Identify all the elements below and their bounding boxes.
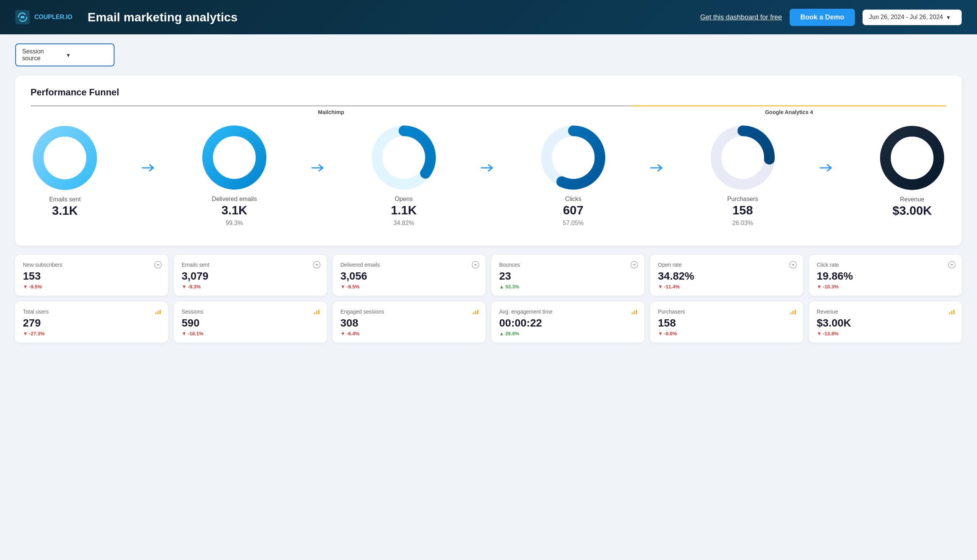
- stat-card: Engaged sessions 308 ▼ -6.4%: [333, 302, 486, 343]
- stat-card: Sessions 590 ▼ -18.1%: [174, 302, 327, 343]
- funnel-item-label: Emails sent: [49, 196, 81, 203]
- funnel-arrow-icon: [650, 162, 666, 176]
- donut-wrapper: [878, 123, 947, 192]
- svg-point-7: [213, 136, 256, 179]
- stat-label: Bounces: [499, 262, 636, 268]
- funnel-item: Opens 1.1K 34.82%: [369, 123, 438, 227]
- stat-label: Engaged sessions: [341, 308, 478, 315]
- svg-rect-34: [477, 310, 478, 314]
- svg-point-19: [891, 137, 934, 179]
- stat-label: Total users: [23, 308, 160, 315]
- mailchimp-icon: [472, 261, 479, 270]
- logo-area: COUPLER.IO: [15, 10, 72, 24]
- stat-change: ▲ 29.8%: [499, 331, 636, 337]
- stat-value: 00:00:22: [499, 317, 636, 329]
- stat-change-value: -27.3%: [29, 331, 45, 337]
- main-content: Session source ▾ Performance Funnel Mail…: [0, 34, 977, 358]
- mailchimp-icon: [154, 261, 162, 270]
- header: COUPLER.IO Email marketing analytics Get…: [0, 0, 977, 34]
- stat-value: 590: [182, 317, 319, 329]
- performance-funnel-card: Performance Funnel Mailchimp Google Anal…: [15, 75, 962, 246]
- ga-icon: [630, 308, 638, 317]
- stat-change-value: -9.3%: [188, 284, 201, 290]
- svg-rect-29: [314, 312, 315, 314]
- mailchimp-icon: [313, 261, 321, 270]
- donut-chart: [708, 123, 777, 192]
- ga-icon: [789, 308, 797, 317]
- stat-card: Revenue $3.00K ▼ -13.8%: [809, 302, 962, 343]
- trend-arrow-icon: ▼: [817, 331, 822, 337]
- stat-change: ▼ -6.4%: [341, 331, 478, 337]
- stat-change-value: 29.8%: [505, 331, 519, 337]
- funnel-item-pct: 57.05%: [563, 220, 583, 227]
- stat-change-value: -9.5%: [29, 284, 42, 290]
- svg-rect-41: [949, 312, 950, 314]
- stat-change: ▼ -13.8%: [817, 331, 954, 337]
- session-source-select[interactable]: Session source ▾: [15, 43, 115, 67]
- trend-arrow-icon: ▲: [499, 284, 504, 290]
- stat-value: 3,056: [341, 270, 478, 282]
- mailchimp-icon: [948, 261, 955, 270]
- coupler-logo-icon: [15, 10, 30, 24]
- logo-text: COUPLER.IO: [34, 14, 72, 21]
- stat-label: Open rate: [658, 262, 795, 268]
- trend-arrow-icon: ▼: [23, 284, 28, 290]
- donut-chart: [878, 123, 947, 192]
- get-dashboard-link[interactable]: Get this dashboard for free: [700, 13, 782, 22]
- svg-rect-30: [316, 311, 317, 314]
- trend-arrow-icon: ▼: [341, 331, 346, 337]
- stat-change: ▼ -9.5%: [341, 284, 478, 290]
- stat-label: Sessions: [182, 308, 319, 315]
- stat-change: ▼ -10.3%: [817, 284, 954, 290]
- stat-value: 19.86%: [817, 270, 954, 282]
- funnel-item-value: 3.1K: [52, 204, 78, 218]
- funnel-arrow-icon: [481, 162, 496, 176]
- stat-change: ▼ -0.6%: [658, 331, 795, 337]
- donut-chart: [369, 123, 438, 192]
- funnel-sources: Mailchimp Google Analytics 4: [30, 105, 947, 116]
- stat-change: ▼ -27.3%: [23, 331, 160, 337]
- stat-change: ▼ -9.3%: [182, 284, 319, 290]
- stat-label: Click rate: [817, 262, 954, 268]
- donut-wrapper: [369, 123, 438, 192]
- stat-change-value: -11.4%: [664, 284, 680, 290]
- funnel-item-value: $3.00K: [892, 204, 932, 218]
- ga-icon: [313, 308, 321, 317]
- trend-arrow-icon: ▼: [341, 284, 346, 290]
- funnel-item-pct: 99.3%: [225, 220, 243, 227]
- svg-rect-43: [954, 310, 954, 314]
- svg-rect-40: [795, 310, 796, 314]
- chevron-down-icon: ▾: [67, 52, 108, 59]
- donut-wrapper: [30, 123, 99, 192]
- svg-point-10: [382, 136, 425, 179]
- stat-value: 158: [658, 317, 795, 329]
- date-range-picker[interactable]: Jun 26, 2024 - Jul 26, 2024 ▾: [862, 10, 962, 25]
- donut-chart: [539, 123, 608, 192]
- trend-arrow-icon: ▼: [658, 331, 663, 337]
- funnel-title: Performance Funnel: [30, 87, 947, 98]
- ga-icon: [154, 308, 162, 317]
- stat-card: Emails sent 3,079 ▼ -9.3%: [174, 255, 327, 296]
- trend-arrow-icon: ▼: [23, 331, 28, 337]
- stat-card: Bounces 23 ▲ 53.3%: [491, 255, 644, 296]
- stats-row-2: Total users 279 ▼ -27.3% Sessions 590 ▼ …: [15, 302, 962, 343]
- stat-value: 153: [23, 270, 160, 282]
- stat-card: Delivered emails 3,056 ▼ -9.5%: [333, 255, 486, 296]
- funnel-item-label: Revenue: [900, 196, 924, 203]
- funnel-item: Purchasers 158 26.03%: [708, 123, 777, 227]
- book-demo-button[interactable]: Book a Demo: [790, 9, 855, 26]
- svg-rect-26: [155, 312, 157, 314]
- svg-rect-27: [158, 311, 159, 314]
- stat-card: Click rate 19.86% ▼ -10.3%: [809, 255, 962, 296]
- funnel-item-label: Purchasers: [727, 196, 758, 203]
- svg-point-4: [43, 137, 86, 179]
- funnel-item: Revenue $3.00K: [878, 123, 947, 226]
- svg-rect-33: [475, 311, 476, 314]
- svg-point-16: [721, 136, 764, 179]
- stat-value: 3,079: [182, 270, 319, 282]
- funnel-arrow-icon: [142, 162, 157, 176]
- donut-wrapper: [708, 123, 777, 192]
- stat-label: Revenue: [817, 308, 954, 315]
- svg-rect-32: [473, 312, 474, 314]
- source-ga4-label: Google Analytics 4: [765, 109, 813, 115]
